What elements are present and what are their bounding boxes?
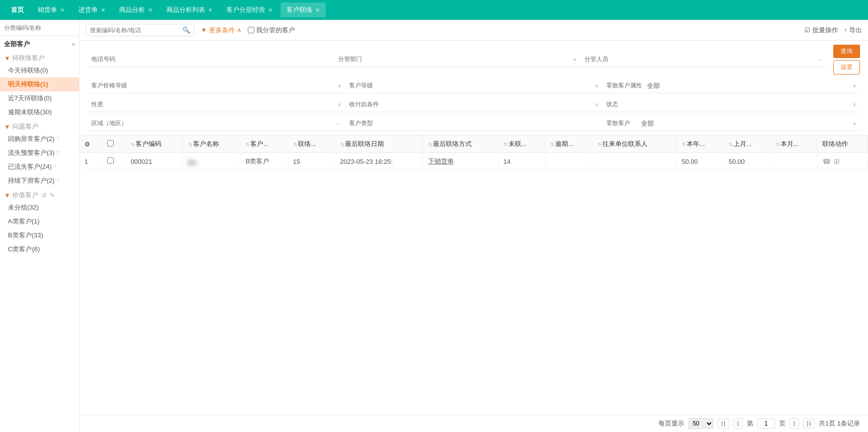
query-button[interactable]: 查询 bbox=[833, 45, 860, 58]
export-btn[interactable]: ↑ 导出 bbox=[844, 26, 863, 35]
per-page-select[interactable]: 50 100 200 bbox=[688, 418, 714, 429]
batch-ops-btn[interactable]: ☑ 批量操作 bbox=[804, 26, 838, 35]
dept-chevron-icon[interactable]: ∨ bbox=[573, 57, 577, 62]
cell-code: 000021 bbox=[126, 153, 183, 170]
retail-attr-chevron-icon[interactable]: ∨ bbox=[853, 83, 856, 88]
sidebar-item-declining[interactable]: 持续下滑客户(2) ? bbox=[0, 174, 79, 188]
filter-row-2: 客户价格等级 ∨ 客户等级 ∨ 零散客户属性 全部 ∨ bbox=[87, 78, 860, 93]
tab-label-4: 客户分层经营 bbox=[226, 5, 265, 14]
nature-chevron-icon[interactable]: ∨ bbox=[338, 102, 341, 107]
sort-icon-type[interactable]: ⇅ bbox=[245, 142, 249, 147]
status-chevron-icon[interactable]: ∨ bbox=[853, 102, 856, 107]
sort-icon-lastmonth[interactable]: ⇅ bbox=[728, 142, 732, 147]
per-page-label: 每页显示 bbox=[658, 419, 684, 428]
sort-icon-contact[interactable]: ⇅ bbox=[293, 142, 297, 147]
sidebar-item-overdue-contact[interactable]: 逾期未联络(30) bbox=[0, 105, 79, 119]
close-icon-3[interactable]: ✕ bbox=[208, 7, 213, 13]
sidebar-item-c-class[interactable]: C类客户(6) bbox=[0, 242, 79, 256]
th-year-amount: ⇅本年... bbox=[676, 136, 723, 153]
filter-row-3: 性质 ∨ 收付款条件 ∨ 状态 ∨ bbox=[87, 97, 860, 112]
sort-icon-nocontact[interactable]: ⇅ bbox=[504, 142, 507, 147]
filter-customer-level: 客户等级 ∨ bbox=[345, 78, 603, 93]
nav-tab-1[interactable]: 进货单 ✕ bbox=[72, 2, 111, 17]
manager-dots-icon[interactable]: ··· bbox=[818, 56, 823, 63]
sidebar-item-tomorrow-contact[interactable]: 明天待联络(1) bbox=[0, 77, 79, 91]
cell-no-contact: 14 bbox=[498, 153, 545, 170]
retail-attr-label: 零散客户属性 bbox=[606, 81, 642, 90]
sidebar-item-ungrouped[interactable]: 未分组(32) bbox=[0, 201, 79, 215]
sidebar-item-b-class[interactable]: B类客户(33) bbox=[0, 228, 79, 242]
last-page-btn[interactable]: ⟩⟩ bbox=[803, 419, 815, 429]
my-customer-checkbox[interactable] bbox=[248, 27, 254, 33]
content-area: 🔍 ▼ 更多条件 ∧ 我分管的客户 ☑ 批量操作 ↑ 导出 bbox=[79, 20, 868, 432]
sidebar-item-today-contact[interactable]: 今天待联络(0) bbox=[0, 64, 79, 77]
nav-tab-4[interactable]: 客户分层经营 ✕ bbox=[220, 2, 279, 17]
nature-label: 性质 bbox=[91, 100, 121, 109]
sort-icon-method[interactable]: ⇅ bbox=[428, 142, 432, 147]
close-icon-1[interactable]: ✕ bbox=[101, 7, 105, 13]
filter-dept: 分管部门 ∨ bbox=[334, 52, 581, 67]
customer-level-label: 客户等级 bbox=[349, 81, 379, 90]
sidebar-search-input[interactable] bbox=[4, 24, 78, 31]
payment-label: 收付款条件 bbox=[349, 100, 379, 109]
sidebar-item-a-class[interactable]: A类客户(1) bbox=[0, 215, 79, 228]
cell-last-method[interactable]: 下销货单 bbox=[423, 153, 498, 170]
price-level-chevron-icon[interactable]: ∨ bbox=[338, 83, 341, 88]
edit-icon[interactable]: ✎ bbox=[50, 192, 55, 199]
sidebar-item-7day-contact[interactable]: 近7天待联络(0) bbox=[0, 91, 79, 105]
first-page-btn[interactable]: ⟨⟨ bbox=[718, 419, 729, 429]
payment-chevron-icon[interactable]: ∨ bbox=[595, 102, 598, 107]
close-icon-2[interactable]: ✕ bbox=[148, 7, 152, 13]
action-grid-icon[interactable]: ⊞ bbox=[834, 157, 840, 165]
nav-home[interactable]: 首页 bbox=[5, 2, 30, 17]
sort-icon-date[interactable]: ⇅ bbox=[340, 142, 344, 147]
settings-button[interactable]: 设置 bbox=[833, 60, 860, 74]
region-dots-icon[interactable]: ··· bbox=[336, 120, 341, 127]
sort-icon-overdue[interactable]: ⇅ bbox=[550, 142, 554, 147]
filter-payment: 收付款条件 ∨ bbox=[345, 97, 603, 112]
retail-customer-chevron-icon[interactable]: ∨ bbox=[853, 121, 856, 126]
next-page-btn[interactable]: ⟩ bbox=[790, 419, 799, 429]
sidebar: 🔍 全部客户 « ▼ 待联络客户 今天待联络(0) 明天待联络(1) 近7天待联… bbox=[0, 20, 79, 432]
select-all-checkbox[interactable] bbox=[107, 140, 114, 146]
my-customer-label: 我分管的客户 bbox=[256, 26, 295, 35]
filter-nature: 性质 ∨ bbox=[87, 97, 345, 112]
page-input[interactable] bbox=[757, 419, 775, 429]
nav-tab-3[interactable]: 商品分析列表 ✕ bbox=[160, 2, 218, 17]
sidebar-item-churn-warning[interactable]: 流失预警客户(3) ? bbox=[0, 146, 79, 160]
tab-label-2: 商品分析 bbox=[119, 5, 145, 14]
sort-icon-name[interactable]: ⇅ bbox=[188, 142, 192, 147]
th-last-method: ⇅最后联络方式 bbox=[423, 136, 498, 153]
refresh-icon[interactable]: ↺ bbox=[41, 192, 47, 199]
search-input[interactable] bbox=[90, 27, 180, 34]
sidebar-item-repurchase-anomaly[interactable]: 回购异常客户(2) ? bbox=[0, 132, 79, 146]
cell-name[interactable]: Ea bbox=[183, 153, 240, 170]
nav-tab-5[interactable]: 客户联络 ✕ bbox=[281, 2, 326, 17]
sort-icon-thismonth[interactable]: ⇅ bbox=[776, 142, 780, 147]
th-settings[interactable]: ⚙ bbox=[79, 136, 102, 153]
filter-row-1: 电话号码 分管部门 ∨ 分管人员 ··· 查询 设置 bbox=[87, 45, 860, 74]
sort-icon-code[interactable]: ⇅ bbox=[131, 142, 135, 147]
nav-tab-0[interactable]: 销货单 ✕ bbox=[32, 2, 71, 17]
action-phone-icon[interactable]: ☎ bbox=[822, 157, 831, 165]
close-icon-5[interactable]: ✕ bbox=[315, 7, 320, 13]
customer-level-chevron-icon[interactable]: ∨ bbox=[595, 83, 598, 88]
filter-retail-attr: 零散客户属性 全部 ∨ bbox=[602, 78, 860, 93]
sort-icon-year[interactable]: ⇅ bbox=[682, 142, 686, 147]
close-icon-4[interactable]: ✕ bbox=[268, 7, 273, 13]
dept-label: 分管部门 bbox=[338, 55, 368, 64]
collapse-icon[interactable]: « bbox=[72, 41, 75, 48]
prev-page-btn[interactable]: ⟨ bbox=[733, 419, 743, 429]
nav-tab-2[interactable]: 商品分析 ✕ bbox=[113, 2, 158, 17]
cell-this-month bbox=[770, 153, 817, 170]
retail-customer-value: 全部 bbox=[641, 119, 654, 128]
close-icon-0[interactable]: ✕ bbox=[60, 7, 65, 13]
cell-type: B类客户 bbox=[240, 153, 288, 170]
filter-manager: 分管人员 ··· bbox=[580, 52, 827, 67]
sidebar-item-churned[interactable]: 已流失客户(24) ? bbox=[0, 160, 79, 174]
sort-icon-unit[interactable]: ⇅ bbox=[597, 142, 601, 147]
more-filter-btn[interactable]: ▼ 更多条件 ∧ bbox=[201, 26, 242, 35]
row-checkbox[interactable] bbox=[107, 157, 114, 164]
search-icon[interactable]: 🔍 bbox=[182, 26, 190, 34]
pending-contact-group: ▼ 待联络客户 bbox=[0, 51, 79, 64]
